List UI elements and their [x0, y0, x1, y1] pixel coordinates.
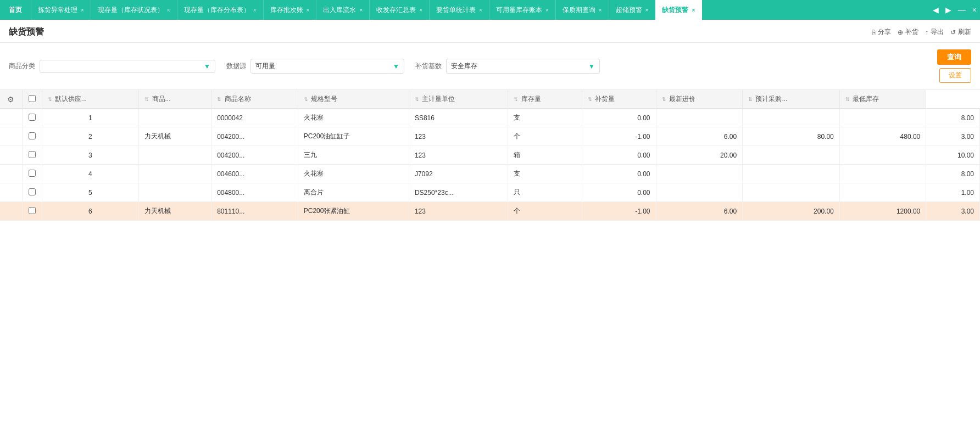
tab-close-icon[interactable]: ×	[599, 7, 602, 13]
sort-icon: ⇅	[304, 97, 308, 102]
datasource-select[interactable]: 可用量 ▼	[250, 59, 404, 74]
tab-stock-batch[interactable]: 库存批次账 ×	[264, 0, 317, 20]
tab-inout-flow[interactable]: 出入库流水 ×	[316, 0, 370, 20]
tab-home[interactable]: 首页	[0, 0, 31, 20]
row-product-name-cell: PC200油缸缸子	[298, 127, 409, 146]
tab-label: 缺货预警	[662, 5, 688, 15]
row-min-stock-cell: 3.00	[926, 202, 980, 221]
main-content: 缺货预警 ⎘ 分享 ⊕ 补货 ↑ 导出 ↺ 刷新 商品分类	[0, 20, 980, 437]
column-header-spec[interactable]: ⇅ 规格型号	[298, 90, 409, 109]
sort-icon: ⇅	[588, 97, 592, 102]
tab-close-icon[interactable]: ×	[692, 7, 695, 13]
column-header-product-code[interactable]: ⇅ 商品...	[139, 90, 211, 109]
tab-demand-stat[interactable]: 要货单统计表 ×	[430, 0, 489, 20]
tab-stock-status[interactable]: 现存量（库存状况表） ×	[91, 0, 177, 20]
sort-icon: ⇅	[48, 97, 52, 102]
row-replenish-qty-cell	[656, 165, 743, 183]
column-header-supplier[interactable]: ⇅ 默认供应...	[42, 90, 139, 109]
settings-button[interactable]: 设置	[939, 68, 971, 83]
row-num-cell: 5	[42, 183, 139, 202]
tab-close-icon[interactable]: ×	[359, 7, 363, 13]
tab-label: 可用量库存账本	[496, 5, 542, 15]
query-button[interactable]: 查询	[937, 49, 971, 65]
row-stock-cell: 0.00	[582, 146, 656, 165]
tab-avail-ledger[interactable]: 可用量库存账本 ×	[489, 0, 556, 20]
row-checkbox[interactable]	[29, 132, 36, 139]
tab-close-icon[interactable]: ×	[419, 7, 422, 13]
column-header-settings[interactable]: ⚙	[0, 90, 22, 109]
tab-close-icon[interactable]: ×	[167, 7, 170, 13]
table-row: 3 004200... 三九 123 箱 0.00 20.00 10.00	[0, 146, 980, 165]
row-num-cell: 3	[42, 146, 139, 165]
row-supplier-cell	[139, 183, 211, 202]
tab-label: 出入库流水	[323, 5, 356, 15]
sort-icon: ⇅	[415, 97, 419, 102]
refresh-button[interactable]: ↺ 刷新	[950, 27, 971, 37]
row-spec-cell: DS250*23c...	[409, 183, 508, 202]
export-button[interactable]: ↑ 导出	[925, 27, 944, 37]
tab-stock-dist[interactable]: 现存量（库存分布表） ×	[177, 0, 264, 20]
row-settings-cell	[0, 165, 22, 183]
row-stock-cell: 0.00	[582, 165, 656, 183]
table-row: 1 0000042 火花塞 SS816 支 0.00 8.00	[0, 109, 980, 127]
datasource-select-value: 可用量	[255, 61, 275, 71]
tab-close-all-button[interactable]: ×	[969, 3, 980, 16]
sort-icon: ⇅	[748, 97, 753, 102]
tab-next-button[interactable]: ▶	[942, 3, 955, 16]
row-checkbox[interactable]	[29, 170, 36, 177]
datasource-filter-group: 数据源 可用量 ▼	[226, 59, 404, 74]
row-settings-cell	[0, 183, 22, 202]
tab-overstock-warn[interactable]: 超储预警 ×	[609, 0, 656, 20]
row-checkbox[interactable]	[29, 151, 36, 158]
column-header-latest-price[interactable]: ⇅ 最新进价	[656, 90, 743, 109]
row-supplier-cell: 力天机械	[139, 127, 211, 146]
tab-close-icon[interactable]: ×	[479, 7, 482, 13]
tab-close-icon[interactable]: ×	[545, 7, 549, 13]
row-unit-cell: 支	[508, 165, 582, 183]
tab-expiry-query[interactable]: 保质期查询 ×	[556, 0, 609, 20]
row-product-code-cell: 801110...	[211, 202, 298, 221]
row-est-purchase-cell: 1200.00	[839, 202, 926, 221]
sort-icon: ⇅	[144, 97, 149, 102]
tab-prev-button[interactable]: ◀	[929, 3, 942, 16]
column-header-unit[interactable]: ⇅ 主计量单位	[409, 90, 508, 109]
replenish-button[interactable]: ⊕ 补货	[898, 27, 918, 37]
tab-close-icon[interactable]: ×	[645, 7, 649, 13]
column-header-product-name[interactable]: ⇅ 商品名称	[211, 90, 298, 109]
tab-close-icon[interactable]: ×	[307, 7, 310, 13]
row-settings-cell	[0, 127, 22, 146]
column-header-stock[interactable]: ⇅ 库存量	[508, 90, 582, 109]
table-container: ⚙ ⇅ 默认供应... ⇅ 商品... ⇅ 商品名称	[0, 90, 980, 221]
sort-icon: ⇅	[514, 97, 518, 102]
column-header-replenish-qty[interactable]: ⇅ 补货量	[582, 90, 656, 109]
replenish-select[interactable]: 安全库存 ▼	[446, 59, 600, 74]
column-header-est-purchase[interactable]: ⇅ 预计采购...	[743, 90, 840, 109]
tab-pick-anomaly[interactable]: 拣货异常处理 ×	[31, 0, 91, 20]
tab-label: 首页	[9, 5, 22, 15]
gear-icon[interactable]: ⚙	[7, 95, 14, 104]
row-checkbox[interactable]	[29, 114, 36, 121]
category-select[interactable]: ▼	[40, 60, 215, 73]
row-stock-cell: -1.00	[582, 202, 656, 221]
share-button[interactable]: ⎘ 分享	[872, 27, 891, 37]
row-min-stock-cell: 1.00	[926, 183, 980, 202]
row-replenish-qty-cell	[656, 183, 743, 202]
row-supplier-cell	[139, 146, 211, 165]
column-header-checkbox	[22, 90, 42, 109]
tab-bar: 首页 拣货异常处理 × 现存量（库存状况表） × 现存量（库存分布表） × 库存…	[0, 0, 980, 20]
tab-minimize-button[interactable]: —	[955, 3, 969, 16]
row-latest-price-cell	[743, 109, 840, 127]
column-header-min-stock[interactable]: ⇅ 最低库存	[839, 90, 926, 109]
select-all-checkbox[interactable]	[29, 95, 36, 102]
row-unit-cell: 箱	[508, 146, 582, 165]
row-checkbox[interactable]	[29, 207, 36, 214]
tab-recv-summary[interactable]: 收发存汇总表 ×	[370, 0, 430, 20]
tab-shortage-warn[interactable]: 缺货预警 ×	[655, 0, 702, 20]
table-row: 4 004600... 火花塞 J7092 支 0.00 8.00	[0, 165, 980, 183]
page-header: 缺货预警 ⎘ 分享 ⊕ 补货 ↑ 导出 ↺ 刷新	[0, 20, 980, 43]
row-checkbox[interactable]	[29, 188, 36, 195]
tab-close-icon[interactable]: ×	[253, 7, 257, 13]
tab-close-icon[interactable]: ×	[81, 7, 84, 13]
row-latest-price-cell	[743, 165, 840, 183]
table-body: 1 0000042 火花塞 SS816 支 0.00 8.00 2 力天机械 0…	[0, 109, 980, 221]
